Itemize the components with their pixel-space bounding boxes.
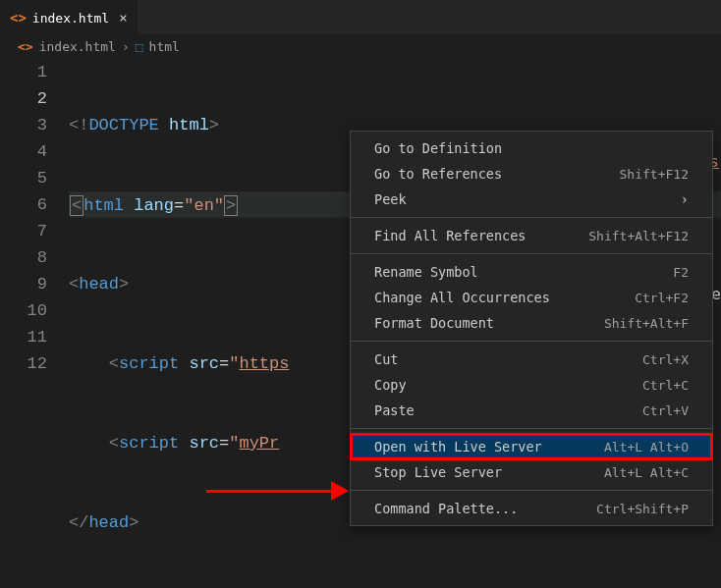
menu-copy[interactable]: CopyCtrl+C: [351, 372, 712, 398]
menu-find-all-references[interactable]: Find All ReferencesShift+Alt+F12: [351, 223, 712, 248]
tab-filename: index.html: [32, 11, 109, 26]
menu-command-palette[interactable]: Command Palette...Ctrl+Shift+P: [351, 496, 712, 521]
chevron-right-icon: ›: [681, 191, 689, 207]
menu-cut[interactable]: CutCtrl+X: [351, 347, 712, 372]
breadcrumb-file: index.html: [39, 39, 116, 54]
menu-peek[interactable]: Peek›: [351, 187, 712, 212]
menu-change-all-occurrences[interactable]: Change All OccurrencesCtrl+F2: [351, 285, 712, 310]
menu-paste[interactable]: PasteCtrl+V: [351, 398, 712, 423]
menu-separator: [351, 341, 712, 342]
menu-separator: [351, 428, 712, 429]
menu-rename-symbol[interactable]: Rename SymbolF2: [351, 259, 712, 285]
menu-stop-live-server[interactable]: Stop Live ServerAlt+L Alt+C: [351, 459, 712, 485]
menu-format-document[interactable]: Format DocumentShift+Alt+F: [351, 310, 712, 336]
chevron-right-icon: ›: [122, 39, 130, 54]
menu-open-with-live-server[interactable]: Open with Live ServerAlt+L Alt+O: [351, 434, 712, 459]
menu-go-to-references[interactable]: Go to ReferencesShift+F12: [351, 161, 712, 187]
breadcrumb[interactable]: <> index.html › ⬚ html: [0, 34, 721, 59]
context-menu: Go to Definition Go to ReferencesShift+F…: [350, 131, 713, 526]
editor-tab[interactable]: <> index.html ×: [0, 0, 138, 34]
tab-bar: <> index.html ×: [0, 0, 721, 34]
html-file-icon: <>: [10, 10, 27, 26]
menu-separator: [351, 253, 712, 254]
close-icon[interactable]: ×: [119, 10, 127, 26]
element-icon: ⬚: [136, 39, 143, 54]
breadcrumb-element: html: [149, 39, 180, 54]
menu-go-to-definition[interactable]: Go to Definition: [351, 135, 712, 161]
line-gutter: 1 2 3 4 5 6 7 8 9 10 11 12: [0, 59, 69, 588]
menu-separator: [351, 217, 712, 218]
menu-separator: [351, 490, 712, 491]
html-file-icon: <>: [18, 39, 33, 54]
